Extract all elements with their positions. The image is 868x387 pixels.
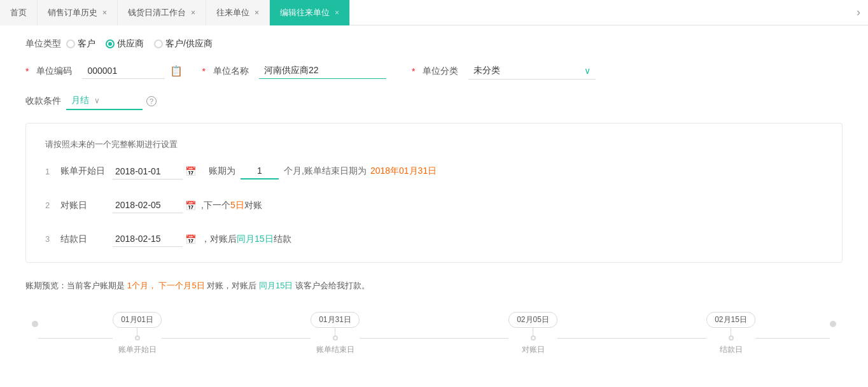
radio-customer[interactable]: 客户	[66, 38, 95, 50]
start-date-calendar-icon[interactable]: 📅	[185, 166, 196, 176]
node-2-label-box: 01月31日	[311, 312, 360, 328]
preview-text: 账期预览：当前客户账期是 1个月， 下一个月5日 对账，对账后 同月15日 该客…	[25, 278, 843, 293]
start-date-input[interactable]	[113, 164, 183, 179]
timeline-node-1: 01月01日 账单开始日	[113, 312, 162, 355]
radio-both-label: 客户/供应商	[165, 38, 213, 50]
settings-card: 请按照未来的一个完整帐期进行设置 1 账单开始日 📅 账期为 个月,账单结束日期…	[25, 123, 843, 263]
payment-date-input[interactable]	[113, 231, 183, 247]
preview-section: 账期预览：当前客户账期是 1个月， 下一个月5日 对账，对账后 同月15日 该客…	[25, 278, 843, 355]
node-1-vline	[137, 328, 137, 335]
row-2-label: 对账日	[60, 200, 105, 211]
setting-row-2: 2 对账日 📅 ,下一个 5日 对账	[45, 197, 823, 213]
unit-name-group: * 单位名称	[202, 63, 386, 79]
period-label: 账期为	[209, 165, 235, 177]
timeline-segment-4: 02月15日 结款日	[632, 312, 830, 355]
copy-icon[interactable]: 📋	[170, 65, 183, 77]
timeline: 01月01日 账单开始日 01月31日 账单结束日	[25, 312, 843, 355]
preview-suffix: 该客户会给我打款。	[295, 281, 370, 290]
node-1-label-box: 01月01日	[113, 312, 162, 328]
tab-close-edit-partner[interactable]: ×	[335, 8, 339, 17]
tab-sales-history[interactable]: 销售订单历史 ×	[38, 0, 118, 25]
unit-code-input[interactable]	[82, 63, 165, 79]
tab-home[interactable]: 首页	[0, 0, 38, 25]
preview-part2: 下一个月5日	[158, 281, 204, 290]
tab-close-cash-work[interactable]: ×	[191, 8, 195, 17]
reconcile-date-input[interactable]	[113, 197, 183, 213]
line-4b	[755, 338, 830, 339]
preview-part1: 1个月，	[127, 281, 157, 290]
unit-code-star: *	[25, 66, 29, 76]
node-2-date: 01月31日	[319, 315, 351, 324]
line-3b	[557, 338, 632, 339]
row-2-note-suffix: 对账	[244, 200, 262, 211]
timeline-segment-1: 01月01日 账单开始日	[38, 312, 236, 355]
node-3-text: 对账日	[522, 344, 545, 355]
setting-row-3: 3 结款日 📅 ，对账后 同月15日 结款	[45, 231, 823, 247]
unit-info-row: * 单位编码 📋 * 单位名称 * 单位分类 未分类 ∨	[25, 62, 843, 80]
payment-cond-row: 收款条件 月结 ∨ ?	[25, 92, 843, 110]
line-4	[632, 338, 706, 339]
payment-cond-value: 月结	[66, 92, 94, 109]
timeline-start-dot	[32, 321, 38, 327]
payment-cond-label: 收款条件	[25, 95, 61, 107]
node-4-dot	[729, 335, 734, 341]
payment-cond-arrow-icon: ∨	[94, 96, 100, 105]
line-1	[38, 338, 113, 339]
radio-supplier[interactable]: 供应商	[106, 38, 144, 50]
reconcile-date-calendar-icon[interactable]: 📅	[185, 201, 196, 211]
timeline-start	[32, 321, 38, 327]
line-2b	[360, 338, 434, 339]
row-num-3: 3	[45, 234, 60, 244]
row-3-note-prefix: ，对账后	[201, 234, 237, 245]
unit-cat-group: * 单位分类 未分类 ∨	[412, 62, 596, 80]
radio-both[interactable]: 客户/供应商	[154, 38, 213, 50]
preview-prefix: 账期预览：当前客户账期是	[25, 281, 125, 290]
timeline-end-dot	[830, 321, 836, 327]
timeline-end	[830, 321, 836, 327]
row-num-2: 2	[45, 201, 60, 210]
timeline-segment-2: 01月31日 账单结束日	[236, 312, 434, 355]
node-4-label-box: 02月15日	[706, 312, 755, 328]
preview-part3: 同月15日	[259, 281, 293, 290]
unit-cat-arrow-icon: ∨	[584, 66, 591, 76]
node-1-dot	[135, 335, 140, 341]
payment-help-icon[interactable]: ?	[146, 96, 157, 106]
unit-cat-select[interactable]: 未分类 ∨	[468, 62, 596, 80]
unit-code-group: * 单位编码 📋	[25, 63, 183, 79]
timeline-node-4: 02月15日 结款日	[706, 312, 755, 355]
setting-row-1: 1 账单开始日 📅 账期为 个月,账单结束日期为 2018年01月31日	[45, 163, 823, 179]
node-2-text: 账单结束日	[316, 344, 354, 355]
main-content: 单位类型 客户 供应商 客户/供应商 * 单位编码 📋 *	[0, 25, 868, 387]
node-4-text: 结款日	[720, 344, 743, 355]
tab-more-button[interactable]: ›	[849, 6, 868, 19]
unit-code-label: 单位编码	[36, 66, 72, 77]
row-2-note-highlight: 5日	[230, 200, 244, 211]
tab-close-partners[interactable]: ×	[255, 8, 259, 17]
card-title: 请按照未来的一个完整帐期进行设置	[45, 139, 823, 150]
node-3-vline	[533, 328, 533, 335]
payment-cond-select[interactable]: 月结 ∨	[66, 92, 143, 110]
node-3-dot	[531, 335, 536, 341]
timeline-segment-3: 02月05日 对账日	[434, 312, 632, 355]
preview-middle: 对账，对账后	[207, 281, 256, 290]
tab-close-sales-history[interactable]: ×	[102, 8, 107, 17]
unit-type-row: 单位类型 客户 供应商 客户/供应商	[25, 38, 843, 50]
radio-supplier-label: 供应商	[117, 38, 144, 50]
node-3-date: 02月05日	[517, 315, 549, 324]
node-1-date: 01月01日	[121, 315, 153, 324]
unit-cat-star: *	[412, 66, 415, 76]
unit-name-input[interactable]	[259, 63, 386, 79]
tab-edit-partner[interactable]: 编辑往来单位 ×	[270, 0, 350, 25]
radio-customer-circle	[66, 39, 75, 48]
row-2-note-prefix: ,下一个	[201, 200, 230, 211]
period-value-input[interactable]	[241, 163, 279, 179]
line-1b	[162, 338, 236, 339]
unit-name-star: *	[202, 66, 205, 76]
row-1-label: 账单开始日	[60, 165, 105, 177]
row-3-note-suffix: 结款	[274, 234, 291, 245]
tab-partners[interactable]: 往来单位 ×	[206, 0, 270, 25]
tab-cash-work[interactable]: 钱货日清工作台 ×	[118, 0, 206, 25]
line-2	[236, 338, 311, 339]
payment-date-calendar-icon[interactable]: 📅	[185, 234, 196, 244]
period-unit: 个月,账单结束日期为	[284, 165, 367, 177]
